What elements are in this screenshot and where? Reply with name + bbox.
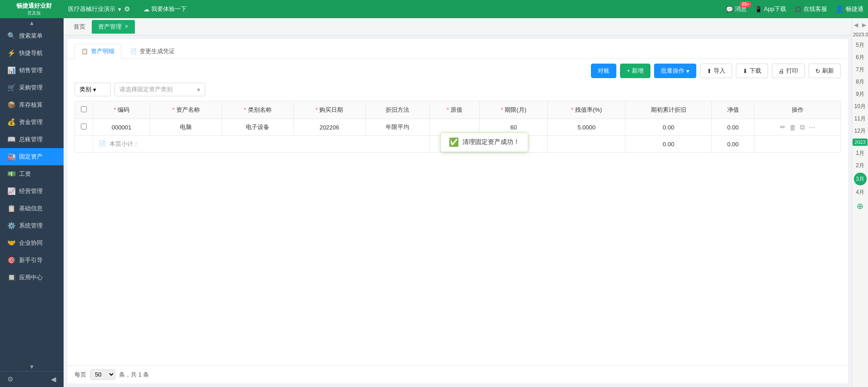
- sidebar-items: 🔍 搜索菜单 ⚡ 快捷导航 📊 销售管理 🛒 采购管理 📦 库存核算 💰: [0, 27, 64, 362]
- month-7[interactable]: 7月: [852, 64, 868, 76]
- row-checkbox-cell[interactable]: [75, 119, 93, 136]
- sidebar-label-purchase: 采购管理: [19, 84, 43, 92]
- sidebar-item-sales[interactable]: 📊 销售管理: [0, 62, 64, 79]
- settings-footer-icon[interactable]: ⚙: [7, 375, 13, 383]
- settings-icon[interactable]: ⚙: [124, 5, 130, 13]
- tab-asset-management[interactable]: 资产管理 ✕: [92, 20, 135, 34]
- batch-chevron-icon: ▾: [686, 68, 689, 74]
- sidebar-item-basic-info[interactable]: 📋 基础信息: [0, 200, 64, 217]
- online-service-btn[interactable]: 🎧 在线客服: [794, 5, 827, 13]
- header-category: * 类别名称: [222, 101, 293, 119]
- month-8[interactable]: 8月: [852, 76, 868, 88]
- user-info[interactable]: 👤 畅捷通: [835, 5, 863, 13]
- sidebar-label-funds: 资金管理: [19, 118, 43, 126]
- sidebar-item-app-center[interactable]: 🔲 应用中心: [0, 269, 64, 286]
- sidebar-item-purchase[interactable]: 🛒 采购管理: [0, 79, 64, 96]
- month-11[interactable]: 11月: [852, 113, 868, 125]
- right-chevron-icon[interactable]: ▶: [862, 22, 866, 28]
- refresh-button[interactable]: ↻ 刷新: [808, 64, 841, 78]
- more-icon[interactable]: ⋯: [808, 123, 815, 131]
- per-page-select[interactable]: 50 100 200: [90, 369, 115, 380]
- month-2[interactable]: 2月: [852, 159, 868, 172]
- month-10[interactable]: 10月: [852, 100, 868, 113]
- sidebar-footer: ⚙ ◀: [0, 371, 64, 387]
- cell-depreciation-method: 年限平均: [365, 119, 430, 136]
- app-name: 畅捷通好业财: [16, 2, 52, 10]
- basic-info-icon: 📋: [7, 204, 15, 213]
- sidebar-label-sales: 销售管理: [19, 66, 43, 74]
- sub-tabs: 📋 资产明细 📄 变更生成凭证: [67, 39, 848, 59]
- cell-net-value: 0.00: [712, 119, 754, 136]
- salary-icon: 💵: [7, 170, 15, 178]
- month-9[interactable]: 9月: [852, 88, 868, 100]
- cell-name: 电脑: [150, 119, 222, 136]
- header-actions: 操作: [754, 101, 841, 119]
- sidebar-item-ledger[interactable]: 📖 总账管理: [0, 131, 64, 148]
- avatar: 👤: [835, 5, 844, 13]
- app-download-btn[interactable]: 📱 App下载: [755, 5, 786, 13]
- sub-tab-generate-voucher[interactable]: 📄 变更生成凭证: [123, 44, 182, 59]
- month-5[interactable]: 5月: [852, 39, 868, 51]
- toolbar: 对账 + 新增 批量操作 ▾ ⬆ 导入 ⬇ 下载: [67, 59, 848, 83]
- sidebar-item-system[interactable]: ⚙️ 系统管理: [0, 217, 64, 234]
- experience-btn[interactable]: ☁ 我要体验一下: [144, 5, 187, 13]
- sidebar-scroll-down[interactable]: ▼: [0, 362, 64, 371]
- row-checkbox[interactable]: [81, 124, 87, 129]
- tab-bar: 首页 资产管理 ✕: [64, 18, 852, 35]
- header-checkbox[interactable]: [75, 101, 93, 119]
- sidebar-item-guide[interactable]: 🎯 新手引导: [0, 252, 64, 269]
- collapse-sidebar-icon[interactable]: ◀: [51, 375, 56, 383]
- month-3-active[interactable]: 3月: [854, 173, 867, 185]
- right-panel-year: 2023.03: [852, 30, 868, 39]
- left-chevron-icon[interactable]: ◀: [854, 22, 858, 28]
- category-type-filter[interactable]: 请选择固定资产类别 ▾: [114, 83, 205, 96]
- sub-tab-asset-detail[interactable]: 📋 资产明细: [74, 44, 121, 59]
- month-1[interactable]: 1月: [852, 147, 868, 159]
- filter-row: 类别 ▾ 请选择固定资产类别 ▾: [67, 83, 848, 101]
- message-badge: 99+: [740, 1, 751, 7]
- sidebar-item-inventory[interactable]: 📦 库存核算: [0, 96, 64, 114]
- month-12[interactable]: 12月: [852, 125, 868, 137]
- right-panel: ◀ ▶ 2023.03 5月 6月 7月 8月 9月 10月 11月 12月 2…: [852, 18, 868, 387]
- select-all-checkbox[interactable]: [81, 106, 87, 112]
- company-selector[interactable]: 医疗器械行业演示 ▾ ⚙: [64, 5, 134, 13]
- sidebar-item-fixed-assets[interactable]: 🏭 固定资产: [0, 148, 64, 165]
- month-6[interactable]: 6月: [852, 51, 868, 64]
- new-button[interactable]: + 新增: [620, 64, 650, 78]
- tab-home[interactable]: 首页: [69, 20, 90, 34]
- sidebar-item-enterprise[interactable]: 🤝 企业协同: [0, 234, 64, 252]
- per-page-label: 每页: [74, 371, 86, 379]
- toolbar-right: 对账 + 新增 批量操作 ▾ ⬆ 导入 ⬇ 下载: [591, 64, 841, 78]
- print-button[interactable]: 🖨 打印: [772, 64, 805, 78]
- copy-icon[interactable]: ⧉: [800, 123, 805, 131]
- sidebar-label-guide: 新手引导: [19, 256, 43, 264]
- delete-icon[interactable]: 🗑: [789, 124, 796, 131]
- subtotal-icon: 📄: [99, 140, 106, 147]
- inventory-icon: 📦: [7, 101, 15, 109]
- tab-close-icon[interactable]: ✕: [124, 24, 129, 30]
- batch-ops-button[interactable]: 批量操作 ▾: [654, 64, 696, 78]
- message-icon: 💬: [726, 6, 733, 13]
- message-btn[interactable]: 💬 消息 99+: [726, 5, 747, 13]
- download-button[interactable]: ⬇ 下载: [736, 64, 768, 78]
- sidebar-item-funds[interactable]: 💰 资金管理: [0, 114, 64, 131]
- table-header-row: * 编码 * 资产名称 * 类别名称 * 购买日期 折旧方法 * 原值 * 期限…: [75, 101, 841, 119]
- page-content: 📋 资产明细 📄 变更生成凭证 对账 + 新增: [67, 39, 848, 383]
- import-button[interactable]: ⬆ 导入: [700, 64, 732, 78]
- sidebar-item-operations[interactable]: 📈 经营管理: [0, 183, 64, 200]
- sidebar-item-salary[interactable]: 💵 工资: [0, 165, 64, 183]
- panel-add-icon[interactable]: ⊕: [857, 201, 863, 211]
- app-edition: 普及版: [27, 10, 41, 16]
- reconcile-button[interactable]: 对账: [591, 64, 616, 78]
- sidebar-label-search: 搜索菜单: [19, 32, 43, 40]
- edit-icon[interactable]: ✏: [780, 123, 786, 131]
- filter-chevron-icon: ▾: [93, 86, 96, 93]
- sidebar-item-quick-nav[interactable]: ⚡ 快捷导航: [0, 45, 64, 62]
- sidebar-item-search[interactable]: 🔍 搜索菜单: [0, 27, 64, 45]
- month-4[interactable]: 4月: [852, 186, 868, 198]
- ledger-icon: 📖: [7, 135, 15, 144]
- subtotal-net-value: 0.00: [712, 136, 754, 153]
- cloud-icon: ☁: [144, 6, 149, 13]
- category-filter[interactable]: 类别 ▾: [74, 83, 111, 96]
- sidebar-scroll-up[interactable]: ▲: [0, 18, 64, 27]
